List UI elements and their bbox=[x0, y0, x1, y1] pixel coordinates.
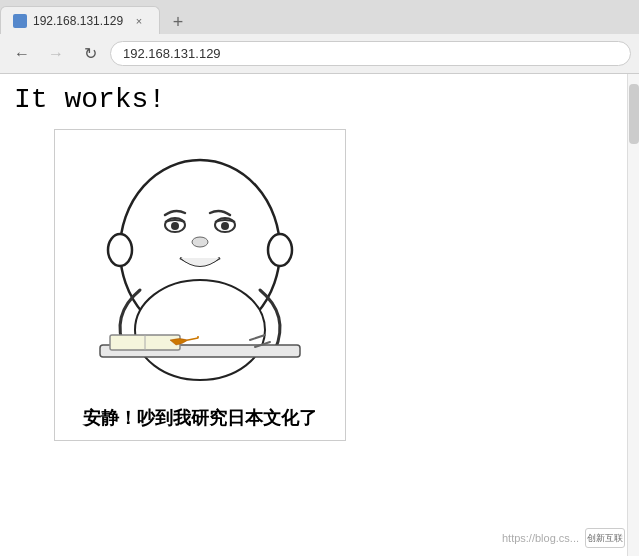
watermark-area: https://blog.cs... 创新互联 bbox=[502, 528, 625, 548]
svg-point-8 bbox=[135, 280, 265, 380]
svg-point-5 bbox=[192, 237, 208, 247]
nav-bar: ← → ↻ 192.168.131.129 bbox=[0, 34, 639, 74]
meme-image-area: 安静！吵到我研究日本文化了 bbox=[55, 130, 345, 440]
browser-window: 192.168.131.129 × + ← → ↻ 192.168.131.12… bbox=[0, 0, 639, 556]
scrollbar-track[interactable] bbox=[627, 74, 639, 556]
svg-point-12 bbox=[197, 336, 199, 338]
meme-caption: 安静！吵到我研究日本文化了 bbox=[83, 406, 317, 430]
page-content: It works! bbox=[0, 74, 639, 556]
svg-point-6 bbox=[108, 234, 132, 266]
svg-point-4 bbox=[221, 222, 229, 230]
tab-bar: 192.168.131.129 × + bbox=[0, 0, 639, 34]
watermark-url: https://blog.cs... bbox=[502, 532, 579, 544]
address-text: 192.168.131.129 bbox=[123, 46, 221, 61]
tab-title: 192.168.131.129 bbox=[33, 14, 123, 28]
tab-close-button[interactable]: × bbox=[131, 13, 147, 29]
page-heading: It works! bbox=[14, 84, 625, 115]
scrollbar-thumb[interactable] bbox=[629, 84, 639, 144]
page-inner: It works! bbox=[0, 74, 639, 556]
new-tab-button[interactable]: + bbox=[164, 10, 192, 34]
refresh-button[interactable]: ↻ bbox=[76, 40, 104, 68]
svg-point-3 bbox=[171, 222, 179, 230]
back-button[interactable]: ← bbox=[8, 40, 36, 68]
active-tab[interactable]: 192.168.131.129 × bbox=[0, 6, 160, 34]
address-bar[interactable]: 192.168.131.129 bbox=[110, 41, 631, 66]
svg-point-7 bbox=[268, 234, 292, 266]
watermark-logo: 创新互联 bbox=[585, 528, 625, 548]
tab-favicon bbox=[13, 14, 27, 28]
meme-svg bbox=[80, 140, 320, 400]
forward-button[interactable]: → bbox=[42, 40, 70, 68]
meme-container: 安静！吵到我研究日本文化了 bbox=[54, 129, 346, 441]
